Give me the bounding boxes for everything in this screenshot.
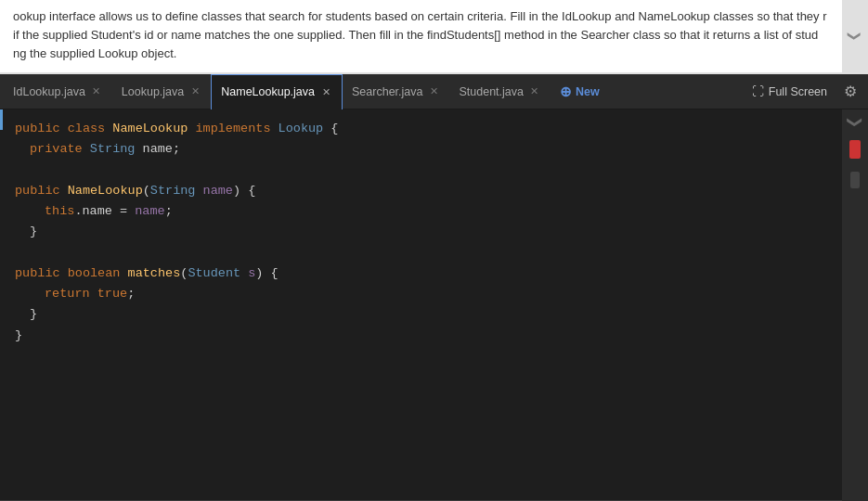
code-line-7 bbox=[0, 243, 842, 263]
tab-namelookup-label: NameLookup.java bbox=[221, 85, 315, 98]
code-line-6: } bbox=[0, 222, 842, 242]
settings-button[interactable]: ⚙ bbox=[836, 74, 864, 109]
code-editor[interactable]: public class NameLookup implements Looku… bbox=[0, 109, 842, 501]
fullscreen-label: Full Screen bbox=[769, 85, 827, 98]
description-text: ookup interface allows us to define clas… bbox=[13, 7, 855, 63]
code-line-1: public class NameLookup implements Looku… bbox=[0, 119, 842, 139]
code-line-10: } bbox=[0, 304, 842, 325]
desc-line3: ng the supplied Lookup object. bbox=[13, 46, 176, 60]
editor-content[interactable]: public class NameLookup implements Looku… bbox=[0, 109, 842, 501]
description-area: ookup interface allows us to define clas… bbox=[0, 0, 868, 74]
desc-line1: ookup interface allows us to define clas… bbox=[13, 9, 827, 23]
code-line-2: private String name; bbox=[0, 139, 842, 160]
tab-namelookup[interactable]: NameLookup.java ✕ bbox=[211, 74, 343, 109]
editor-wrapper: public class NameLookup implements Looku… bbox=[0, 109, 868, 501]
collapse-panel[interactable]: ❯ bbox=[842, 0, 868, 72]
tab-searcher[interactable]: Searcher.java ✕ bbox=[343, 74, 449, 109]
code-line-4: public NameLookup(String name) { bbox=[0, 181, 842, 201]
tab-idlookup-close[interactable]: ✕ bbox=[90, 85, 103, 98]
chevron-down-icon[interactable]: ❯ bbox=[847, 116, 864, 128]
gear-icon: ⚙ bbox=[844, 83, 857, 100]
desc-line2: if the supplied Student's id or name mat… bbox=[13, 28, 818, 42]
scroll-indicator-gray bbox=[850, 172, 860, 188]
tab-bar: IdLookup.java ✕ Lookup.java ✕ NameLookup… bbox=[0, 74, 868, 109]
tab-student-label: Student.java bbox=[459, 85, 524, 98]
tab-idlookup-label: IdLookup.java bbox=[13, 85, 85, 98]
new-tab-label: New bbox=[576, 85, 600, 98]
tab-idlookup[interactable]: IdLookup.java ✕ bbox=[4, 74, 112, 109]
code-line-8: public boolean matches(Student s) { bbox=[0, 263, 842, 284]
new-tab-button[interactable]: ⊕ New bbox=[551, 74, 609, 109]
tab-searcher-close[interactable]: ✕ bbox=[427, 85, 440, 98]
plus-icon: ⊕ bbox=[560, 84, 572, 100]
fullscreen-button[interactable]: ⛶ Full Screen bbox=[743, 74, 836, 109]
code-line-11: } bbox=[0, 326, 842, 346]
fullscreen-icon: ⛶ bbox=[752, 84, 764, 98]
chevron-right-icon: ❯ bbox=[848, 31, 862, 42]
code-line-5: this.name = name; bbox=[0, 201, 842, 222]
tab-lookup[interactable]: Lookup.java ✕ bbox=[112, 74, 211, 109]
code-line-9: return true; bbox=[0, 284, 842, 304]
editor-scrollbar: ❯ bbox=[842, 109, 868, 501]
tab-lookup-label: Lookup.java bbox=[122, 85, 184, 98]
tab-student-close[interactable]: ✕ bbox=[528, 85, 541, 98]
tab-student[interactable]: Student.java ✕ bbox=[449, 74, 551, 109]
error-indicator-red[interactable] bbox=[849, 140, 861, 159]
tab-searcher-label: Searcher.java bbox=[352, 85, 422, 98]
tab-namelookup-close[interactable]: ✕ bbox=[319, 85, 332, 98]
tab-lookup-close[interactable]: ✕ bbox=[188, 85, 201, 98]
code-line-3 bbox=[0, 161, 842, 181]
